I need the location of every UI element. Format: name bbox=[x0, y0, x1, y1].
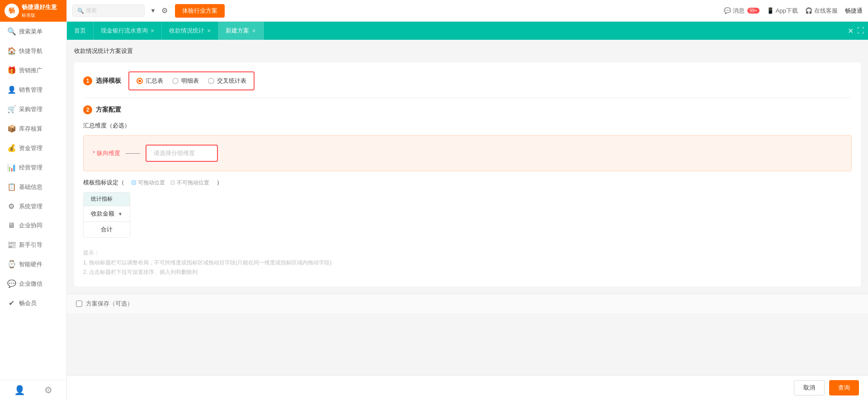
dimension-row: * 纵向维度 —— 请选择分组维度 bbox=[93, 145, 842, 162]
header-gear-icon[interactable]: ⚙ bbox=[161, 6, 168, 15]
tip2: 2. 点击标题栏下拉可设置排序、插入列和删除列 bbox=[83, 268, 852, 278]
sidebar-item-label: 企业微信 bbox=[19, 280, 42, 288]
sidebar-item-operations[interactable]: 📊 经营管理 bbox=[0, 158, 66, 177]
sidebar-item-wechat[interactable]: 💬 企业微信 bbox=[0, 274, 66, 293]
user-icon: 👤 bbox=[7, 85, 15, 94]
metrics-table-header-label: 统计指标 bbox=[91, 195, 113, 203]
sidebar-item-label: 智能硬件 bbox=[19, 260, 42, 268]
step2-title: 方案配置 bbox=[96, 106, 121, 114]
vertical-dimension-label: * 纵向维度 bbox=[93, 149, 120, 157]
box-icon: 📦 bbox=[7, 124, 15, 133]
tabs: 首页 现金银行流水查询 × 收款情况统计 × 新建方案 × ✕ ⛶ bbox=[67, 22, 868, 40]
header-search[interactable]: 🔍 搜索 bbox=[72, 5, 145, 17]
money-icon: 💰 bbox=[7, 144, 15, 152]
tab-bank-flow-close[interactable]: × bbox=[151, 28, 154, 34]
template-selection-box: 汇总表 明细表 交叉统计表 bbox=[128, 71, 255, 90]
online-service-item[interactable]: 🎧 在线客服 bbox=[805, 7, 838, 15]
sidebar-item-label: 畅会员 bbox=[19, 299, 37, 307]
dimension-section-title: 汇总维度（必选） bbox=[83, 122, 852, 130]
tab-bank-flow[interactable]: 现金银行流水查询 × bbox=[94, 22, 162, 40]
tabs-actions: ✕ ⛶ bbox=[844, 22, 868, 40]
cancel-button[interactable]: 取消 bbox=[794, 380, 825, 395]
notification-item[interactable]: 💬 消息 99+ bbox=[724, 7, 760, 15]
query-button[interactable]: 查询 bbox=[829, 380, 859, 395]
metrics-header: 模板指标设定（ 可拖动位置 不可拖动位置 bbox=[83, 179, 852, 187]
tips-title: 提示： bbox=[83, 249, 99, 256]
dimension-select-placeholder: 请选择分组维度 bbox=[154, 150, 195, 156]
sidebar-item-purchase[interactable]: 🛒 采购管理 bbox=[0, 99, 66, 119]
sidebar-item-quick-nav[interactable]: 🏠 快捷导航 bbox=[0, 41, 66, 61]
dimension-select[interactable]: 请选择分组维度 bbox=[146, 145, 218, 162]
sidebar-item-label: 快捷导航 bbox=[19, 47, 42, 55]
main-card: 1 选择模板 汇总表 明细表 交叉统计表 bbox=[74, 62, 861, 287]
footer: 方案保存（可选） bbox=[67, 294, 868, 313]
legend-draggable-label: 可拖动位置 bbox=[138, 179, 165, 187]
watch-icon: ⌚ bbox=[7, 260, 15, 268]
gear-icon: ⚙ bbox=[7, 202, 15, 211]
radio-cross-circle bbox=[208, 78, 214, 84]
search-text: 搜索 bbox=[86, 7, 97, 14]
tab-maximize-icon[interactable]: ⛶ bbox=[857, 27, 864, 35]
sidebar-item-inventory[interactable]: 📦 库存核算 bbox=[0, 119, 66, 138]
service-icon: 🎧 bbox=[805, 7, 812, 14]
legend-fixed-label: 不可拖动位置 bbox=[177, 179, 209, 187]
sidebar-item-guide[interactable]: 📰 新手引导 bbox=[0, 235, 66, 254]
logo-icon: 畅 bbox=[5, 4, 19, 18]
tab-new-plan-close[interactable]: × bbox=[252, 28, 255, 34]
tab-collection-stats-close[interactable]: × bbox=[207, 28, 211, 34]
sidebar-item-enterprise[interactable]: 🖥 企业协同 bbox=[0, 216, 66, 235]
radio-summary-circle bbox=[137, 78, 143, 84]
newspaper-icon: 📰 bbox=[7, 240, 15, 249]
tab-collection-stats-label: 收款情况统计 bbox=[169, 27, 204, 35]
search-icon: 🔍 bbox=[77, 8, 84, 14]
tab-collection-stats[interactable]: 收款情况统计 × bbox=[162, 22, 218, 40]
sidebar-item-marketing[interactable]: 🎁 营销推广 bbox=[0, 61, 66, 80]
sidebar-bottom: 👤 ⚙ bbox=[0, 380, 66, 400]
trial-button[interactable]: 体验行业方案 bbox=[175, 4, 225, 18]
sidebar-item-member[interactable]: ✔ 畅会员 bbox=[0, 293, 66, 313]
legend-fixed: 不可拖动位置 bbox=[170, 179, 209, 187]
sidebar-item-system[interactable]: ⚙ 系统管理 bbox=[0, 197, 66, 216]
save-checkbox[interactable] bbox=[76, 301, 82, 307]
sidebar-item-label: 销售管理 bbox=[19, 86, 42, 94]
search-menu-icon: 🔍 bbox=[7, 27, 15, 36]
page-title: 收款情况统计方案设置 bbox=[74, 47, 861, 55]
sidebar-item-hardware[interactable]: ⌚ 智能硬件 bbox=[0, 254, 66, 274]
metrics-table: 统计指标 收款金额 ▼ 合计 bbox=[83, 192, 130, 238]
radio-detail-label: 明细表 bbox=[181, 77, 199, 85]
sidebar-item-basic-info[interactable]: 📋 基础信息 bbox=[0, 177, 66, 197]
radio-summary[interactable]: 汇总表 bbox=[137, 77, 163, 85]
metrics-dropdown-arrow-icon: ▼ bbox=[118, 212, 123, 216]
header-dropdown[interactable]: ▼ bbox=[150, 7, 156, 14]
tab-minimize-icon[interactable]: ✕ bbox=[848, 27, 854, 35]
sidebar-item-label: 新手引导 bbox=[19, 241, 42, 249]
chart-icon: 📊 bbox=[7, 163, 15, 172]
sidebar-item-label: 基础信息 bbox=[19, 183, 42, 191]
home-icon: 🏠 bbox=[7, 47, 15, 55]
check-icon: ✔ bbox=[7, 299, 15, 307]
logo-title: 畅捷通好生意 bbox=[22, 3, 57, 11]
sidebar-item-search-menu[interactable]: 🔍 搜索菜单 bbox=[0, 22, 66, 41]
metrics-table-header: 统计指标 bbox=[84, 193, 130, 206]
sidebar-item-finance[interactable]: 💰 资金管理 bbox=[0, 138, 66, 158]
radio-cross-label: 交叉统计表 bbox=[217, 77, 246, 85]
radio-detail[interactable]: 明细表 bbox=[172, 77, 199, 85]
notification-badge: 99+ bbox=[747, 8, 760, 14]
bottom-bar: 取消 查询 bbox=[67, 375, 868, 400]
sidebar-item-label: 系统管理 bbox=[19, 202, 42, 211]
tab-new-plan[interactable]: 新建方案 × bbox=[218, 22, 263, 40]
sidebar-item-sales[interactable]: 👤 销售管理 bbox=[0, 80, 66, 99]
radio-cross[interactable]: 交叉统计表 bbox=[208, 77, 246, 85]
sidebar-item-label: 库存核算 bbox=[19, 125, 42, 133]
sidebar-bottom-btn-left[interactable]: 👤 bbox=[14, 385, 25, 395]
metrics-table-cell-collection[interactable]: 收款金额 ▼ bbox=[84, 206, 130, 221]
sidebar-bottom-btn-right[interactable]: ⚙ bbox=[44, 385, 52, 395]
tab-home[interactable]: 首页 bbox=[67, 22, 94, 40]
app-download-item[interactable]: 📱 App下载 bbox=[767, 7, 798, 15]
metrics-cell-total-label: 合计 bbox=[101, 226, 113, 233]
metrics-title-suffix: ） bbox=[217, 179, 222, 187]
draggable-dot bbox=[132, 180, 136, 185]
metrics-title-text: 模板指标设定（ bbox=[83, 179, 124, 187]
clipboard-icon: 📋 bbox=[7, 183, 15, 191]
header: 🔍 搜索 ▼ ⚙ 体验行业方案 💬 消息 99+ 📱 App下载 🎧 在线客服 … bbox=[67, 0, 868, 22]
